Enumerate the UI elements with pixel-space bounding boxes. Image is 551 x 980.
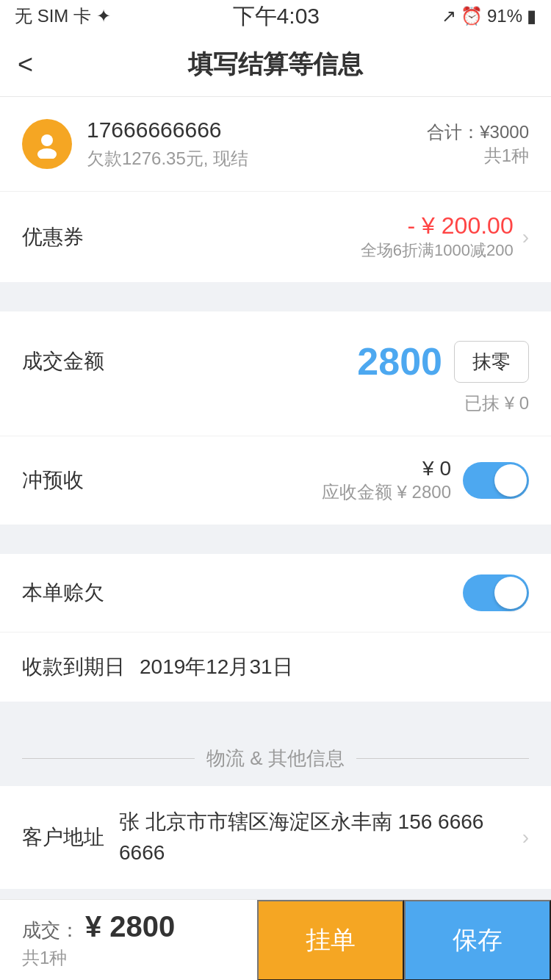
- status-left: 无 SIM 卡 ✦: [15, 4, 111, 28]
- customer-right: 合计：¥3000 共1种: [427, 120, 529, 167]
- credit-section: 本单赊欠 收款到期日 2019年12月31日: [0, 554, 551, 702]
- no-sim-text: 无 SIM 卡 ✦: [15, 4, 111, 28]
- credit-label: 本单赊欠: [22, 579, 104, 607]
- address-chevron-icon: ›: [522, 826, 529, 849]
- duedate-label: 收款到期日: [22, 653, 125, 681]
- coupon-desc: 全场6折满1000减200: [361, 239, 514, 262]
- content-area: 17666666666 欠款1276.35元, 现结 合计：¥3000 共1种 …: [0, 97, 551, 980]
- battery-text: 91%: [487, 6, 522, 26]
- prepay-toggle[interactable]: [463, 462, 529, 499]
- customer-left: 17666666666 欠款1276.35元, 现结: [22, 118, 248, 170]
- chevron-right-icon: ›: [522, 226, 529, 249]
- status-bar: 无 SIM 卡 ✦ 下午4:03 ↗ ⏰ 91% ▮: [0, 0, 551, 32]
- duedate-value: 2019年12月31日: [140, 653, 293, 681]
- coupon-value: - ¥ 200.00: [361, 212, 514, 239]
- footer-amount: ¥ 2800: [85, 910, 175, 943]
- svg-point-0: [41, 134, 53, 146]
- save-button[interactable]: 保存: [404, 900, 551, 981]
- address-section: 客户地址 张 北京市市辖区海淀区永丰南 156 6666 6666 ›: [0, 786, 551, 889]
- round-button[interactable]: 抹零: [454, 341, 529, 383]
- deal-main-row: 成交金额 2800 抹零: [22, 332, 529, 391]
- logistics-text: 物流 & 其他信息: [206, 746, 345, 771]
- prepay-right: ¥ 0 应收金额 ¥ 2800: [322, 457, 529, 504]
- pending-button[interactable]: 挂单: [257, 900, 404, 981]
- prepay-amount: ¥ 0: [322, 457, 451, 480]
- divider-line-right: [356, 758, 529, 759]
- logistics-divider: 物流 & 其他信息: [0, 731, 551, 786]
- prepay-label: 冲预收: [22, 466, 84, 494]
- total-label: 合计：¥3000: [427, 120, 529, 144]
- separator-1: [0, 297, 551, 311]
- location-icon: ↗: [442, 6, 456, 26]
- customer-section: 17666666666 欠款1276.35元, 现结 合计：¥3000 共1种 …: [0, 97, 551, 282]
- nav-bar: < 填写结算等信息: [0, 32, 551, 97]
- prepay-values: ¥ 0 应收金额 ¥ 2800: [322, 457, 451, 504]
- credit-toggle[interactable]: [463, 574, 529, 611]
- customer-debt: 欠款1276.35元, 现结: [87, 147, 248, 170]
- duedate-row: 收款到期日 2019年12月31日: [22, 653, 529, 681]
- credit-toggle-knob: [494, 577, 527, 609]
- deal-label: 成交金额: [22, 347, 104, 375]
- deal-section: 成交金额 2800 抹零 已抹 ¥ 0 冲预收 ¥ 0 应收金额 ¥ 2800: [0, 311, 551, 525]
- status-time: 下午4:03: [233, 1, 320, 32]
- footer-deal-label: 成交：: [22, 918, 79, 943]
- deal-sub: 已抹 ¥ 0: [464, 393, 529, 413]
- svg-point-1: [37, 148, 57, 159]
- avatar: [22, 119, 72, 169]
- footer-left: 成交： ¥ 2800 共1种: [0, 910, 257, 970]
- coupon-row[interactable]: 优惠券 - ¥ 200.00 全场6折满1000减200 ›: [0, 191, 551, 282]
- prepay-row: 冲预收 ¥ 0 应收金额 ¥ 2800: [22, 457, 529, 504]
- status-right: ↗ ⏰ 91% ▮: [442, 6, 536, 26]
- separator-3: [0, 716, 551, 731]
- prepay-section: 冲预收 ¥ 0 应收金额 ¥ 2800: [0, 436, 551, 525]
- separator-2: [0, 539, 551, 554]
- footer-count: 共1种: [22, 946, 235, 970]
- address-value: 张 北京市市辖区海淀区永丰南 156 6666 6666: [119, 807, 522, 868]
- toggle-knob: [494, 464, 527, 497]
- divider-line-left: [22, 758, 195, 759]
- address-label: 客户地址: [22, 824, 104, 851]
- coupon-label: 优惠券: [22, 223, 84, 251]
- alarm-icon: ⏰: [461, 6, 483, 26]
- total-amount: ¥3000: [480, 122, 529, 142]
- prepay-sub: 应收金额 ¥ 2800: [322, 480, 451, 504]
- deal-right: 2800 抹零: [357, 339, 529, 383]
- customer-row: 17666666666 欠款1276.35元, 现结 合计：¥3000 共1种: [0, 97, 551, 191]
- footer: 成交： ¥ 2800 共1种 挂单 保存: [0, 899, 551, 980]
- battery-icon: ▮: [527, 6, 536, 26]
- page-title: 填写结算等信息: [188, 48, 363, 82]
- coupon-right: - ¥ 200.00 全场6折满1000减200 ›: [361, 212, 529, 262]
- customer-info: 17666666666 欠款1276.35元, 现结: [87, 118, 248, 170]
- back-button[interactable]: <: [18, 49, 33, 80]
- total-count: 共1种: [427, 144, 529, 167]
- deal-amount: 2800: [357, 339, 442, 383]
- deal-amount-row: 成交金额 2800 抹零 已抹 ¥ 0: [0, 311, 551, 436]
- duedate-section: 收款到期日 2019年12月31日: [0, 632, 551, 702]
- credit-row: 本单赊欠: [0, 554, 551, 632]
- customer-phone: 17666666666: [87, 118, 248, 143]
- address-row[interactable]: 客户地址 张 北京市市辖区海淀区永丰南 156 6666 6666 ›: [0, 786, 551, 889]
